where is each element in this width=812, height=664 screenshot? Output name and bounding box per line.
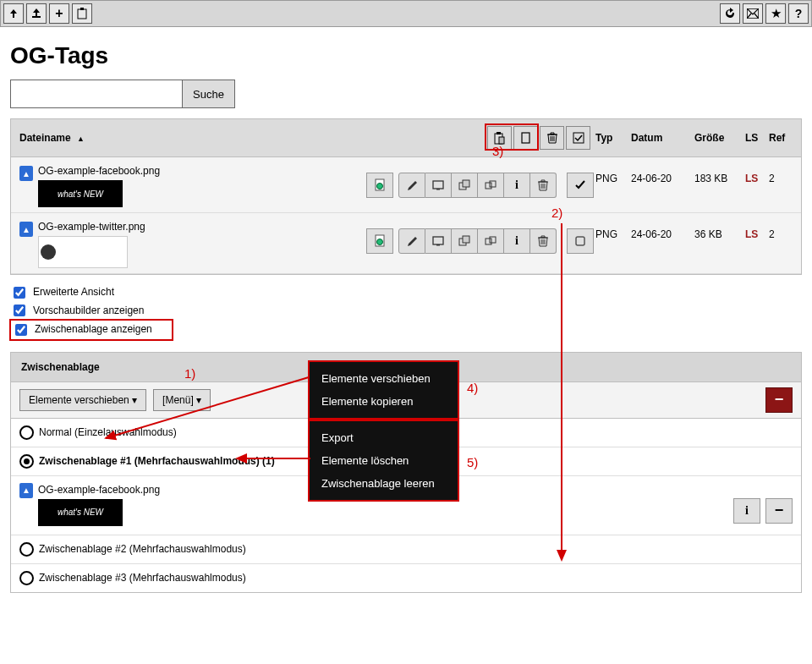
svg-rect-15: [490, 181, 496, 187]
svg-rect-14: [486, 183, 491, 189]
svg-rect-6: [522, 133, 529, 143]
col-typ[interactable]: Typ: [595, 132, 631, 144]
file-name[interactable]: OG-example-facebook.png: [38, 165, 366, 177]
svg-rect-4: [497, 132, 501, 134]
file-name[interactable]: OG-example-twitter.png: [38, 221, 366, 233]
thumbnail[interactable]: what's NEW: [38, 499, 123, 526]
info-icon[interactable]: i: [504, 173, 530, 198]
menu-item[interactable]: Elemente kopieren: [310, 390, 458, 413]
svg-rect-24: [576, 237, 584, 245]
move-elements-button[interactable]: Elemente verschieben ▾: [19, 389, 146, 411]
svg-rect-18: [433, 237, 443, 244]
file-list-header: Dateiname ▲ Typ Datum Größe LS Ref: [11, 119, 801, 157]
col-datum[interactable]: Datum: [631, 132, 694, 144]
radio-icon: [19, 571, 34, 585]
info-icon[interactable]: i: [504, 228, 530, 254]
file-list-panel: Dateiname ▲ Typ Datum Größe LS Ref ▲ OG-…: [10, 118, 802, 275]
col-ref[interactable]: Ref: [769, 132, 793, 144]
row-check[interactable]: [567, 228, 594, 254]
opt-extended[interactable]: Erweiterte Ansicht: [10, 283, 802, 302]
reload-icon[interactable]: [720, 3, 740, 24]
plus-icon[interactable]: +: [49, 3, 69, 24]
help-icon[interactable]: ?: [788, 3, 809, 24]
view-icon[interactable]: [425, 173, 452, 198]
filetype-image-icon: ▲: [19, 483, 33, 498]
replace-icon[interactable]: [452, 173, 478, 198]
svg-rect-7: [573, 133, 584, 143]
search-input[interactable]: [10, 80, 183, 108]
hdr-paste-icon[interactable]: [487, 126, 512, 150]
menu-item[interactable]: Export: [310, 426, 458, 449]
svg-rect-21: [463, 236, 469, 243]
svg-rect-0: [78, 9, 86, 19]
radio-icon: [19, 425, 34, 440]
cell-ls: LS: [745, 228, 769, 240]
opt-thumbs[interactable]: Vorschaubilder anzeigen: [10, 302, 802, 321]
clip-item-name[interactable]: OG-example-facebook.png: [38, 484, 160, 496]
opt-clipboard[interactable]: Zwischenablage anzeigen: [10, 320, 173, 340]
upload-icon[interactable]: [26, 3, 47, 24]
menu-item[interactable]: Elemente löschen: [310, 449, 458, 472]
menu-item[interactable]: Zwischenablage leeren: [310, 472, 458, 495]
info-icon[interactable]: i: [733, 498, 760, 524]
col-ls[interactable]: LS: [745, 132, 769, 144]
popup-menu-move: Elemente verschieben Elemente kopieren: [309, 361, 458, 419]
copy-icon[interactable]: [478, 228, 504, 254]
svg-rect-19: [436, 244, 440, 246]
edit-icon[interactable]: [398, 228, 425, 254]
thumbnail[interactable]: what's NEW: [38, 180, 123, 207]
copy-icon[interactable]: [478, 173, 504, 198]
svg-rect-22: [486, 239, 491, 244]
mail-icon[interactable]: [743, 3, 763, 24]
view-icon[interactable]: [425, 228, 452, 254]
search-bar: Suche: [10, 80, 802, 108]
clip-mode-2[interactable]: Zwischenablage #2 (Mehrfachauswahlmodus): [11, 535, 801, 564]
cell-typ: PNG: [595, 228, 631, 240]
cell-groesse: 183 KB: [694, 173, 745, 184]
row-check[interactable]: [567, 173, 594, 198]
col-name[interactable]: Dateiname: [19, 132, 71, 144]
up-icon[interactable]: [3, 3, 24, 24]
filetype-image-icon: ▲: [19, 166, 33, 181]
svg-rect-1: [80, 8, 84, 10]
world-icon[interactable]: [366, 173, 393, 198]
cell-ref: 2: [769, 228, 793, 240]
menu-item[interactable]: Elemente verschieben: [310, 367, 458, 390]
edit-icon[interactable]: [398, 173, 425, 198]
cell-ls: LS: [745, 173, 769, 184]
svg-rect-11: [436, 189, 440, 190]
remove-item-button[interactable]: −: [765, 498, 793, 524]
thumbnail[interactable]: [38, 236, 128, 268]
cell-datum: 24-06-20: [631, 228, 694, 240]
svg-rect-5: [499, 137, 504, 144]
svg-point-17: [377, 239, 383, 245]
world-icon[interactable]: [366, 228, 393, 254]
svg-rect-10: [433, 181, 443, 189]
chevron-down-icon: ▾: [196, 394, 201, 406]
view-options: Erweiterte Ansicht Vorschaubilder anzeig…: [10, 283, 802, 340]
svg-point-9: [377, 184, 383, 189]
table-row: ▲ OG-example-twitter.png i PNG 24-06-20 …: [11, 213, 801, 274]
top-toolbar: + ★ ?: [0, 0, 812, 27]
cell-typ: PNG: [595, 173, 631, 184]
clip-mode-3[interactable]: Zwischenablage #3 (Mehrfachauswahlmodus): [11, 564, 801, 592]
svg-rect-23: [490, 237, 496, 243]
menu-button[interactable]: [Menü] ▾: [153, 389, 211, 411]
hdr-trash-icon[interactable]: [540, 126, 564, 150]
star-icon[interactable]: ★: [765, 3, 786, 24]
search-button[interactable]: Suche: [182, 80, 235, 108]
radio-icon: [19, 542, 34, 557]
paste-icon[interactable]: [72, 3, 92, 24]
hdr-selectall-icon[interactable]: [566, 126, 590, 150]
hdr-clipboard-icon[interactable]: [513, 126, 538, 150]
cell-ref: 2: [769, 173, 793, 184]
row-trash-icon[interactable]: [530, 173, 557, 198]
svg-rect-13: [463, 180, 469, 187]
cell-datum: 24-06-20: [631, 173, 694, 184]
col-groesse[interactable]: Größe: [694, 132, 745, 144]
filetype-image-icon: ▲: [19, 222, 33, 237]
clipboard-remove-button[interactable]: −: [765, 387, 793, 413]
replace-icon[interactable]: [452, 228, 478, 254]
radio-filled-icon: [19, 454, 34, 469]
row-trash-icon[interactable]: [530, 228, 557, 254]
